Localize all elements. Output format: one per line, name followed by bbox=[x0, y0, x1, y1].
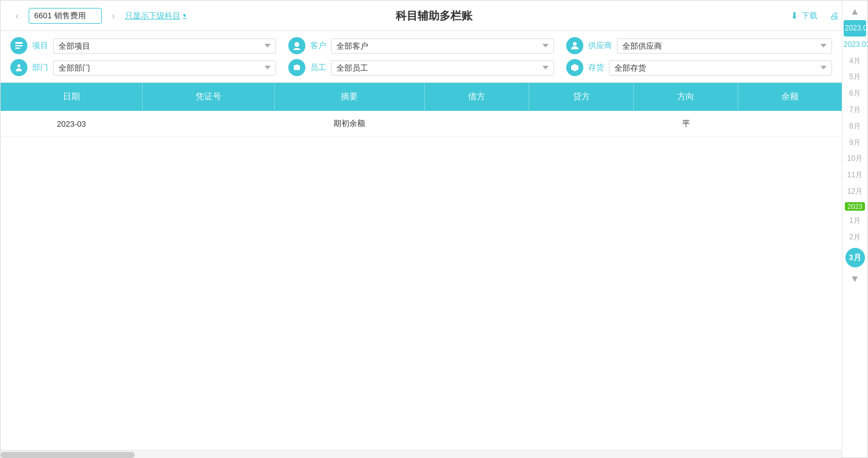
employee-select[interactable]: 全部员工 bbox=[331, 60, 554, 76]
sidebar-item-2023-03-top[interactable]: 2023.03 bbox=[844, 20, 866, 37]
sidebar-down-btn[interactable]: ▼ bbox=[847, 270, 864, 287]
filter-row-customer: 客户 全部客户 bbox=[288, 37, 554, 54]
year-badge-2023[interactable]: 2023 bbox=[845, 200, 864, 213]
download-icon: ⬇ bbox=[791, 10, 799, 21]
sidebar-item-3-current[interactable]: 3月 bbox=[845, 248, 865, 267]
sidebar-item-8[interactable]: 8月 bbox=[842, 118, 867, 135]
sidebar-item-5[interactable]: 5月 bbox=[842, 69, 867, 85]
sidebar-item-4[interactable]: 4月 bbox=[842, 53, 867, 69]
title-left: ‹ 6601 销售费用 › 只显示下级科目 ▾ bbox=[10, 8, 187, 24]
cell-date: 2023-03 bbox=[1, 111, 142, 137]
svg-rect-1 bbox=[15, 45, 23, 46]
supplier-select[interactable]: 全部供应商 bbox=[617, 38, 832, 54]
svg-rect-5 bbox=[294, 65, 300, 70]
sidebar-item-7[interactable]: 7月 bbox=[842, 102, 867, 118]
show-sub-button[interactable]: 只显示下级科目 ▾ bbox=[125, 10, 187, 21]
supplier-icon bbox=[566, 37, 583, 54]
svg-point-4 bbox=[18, 65, 21, 68]
sidebar-item-6[interactable]: 6月 bbox=[842, 85, 867, 102]
col-direction: 方向 bbox=[633, 83, 738, 111]
employee-label: 员工 bbox=[310, 62, 326, 73]
sidebar-item-1[interactable]: 1月 bbox=[842, 213, 867, 229]
sidebar-item-3-wrapper: 3月 bbox=[845, 245, 865, 270]
show-sub-arrow-icon: ▾ bbox=[183, 12, 187, 19]
title-bar: ‹ 6601 销售费用 › 只显示下级科目 ▾ 科目辅助多栏账 ⬇ 下载 🖨 打… bbox=[1, 1, 867, 31]
print-icon: 🖨 bbox=[830, 10, 839, 21]
col-balance: 余额 bbox=[738, 83, 842, 111]
bottom-scrollbar[interactable] bbox=[1, 450, 842, 458]
sidebar-item-2023-03[interactable]: 2023.03 bbox=[842, 37, 867, 53]
employee-icon bbox=[288, 59, 305, 76]
sidebar-item-10[interactable]: 10月 bbox=[842, 150, 867, 167]
project-label: 项目 bbox=[32, 40, 48, 51]
col-credit: 贷方 bbox=[529, 83, 634, 111]
main-window: ‹ 6601 销售费用 › 只显示下级科目 ▾ 科目辅助多栏账 ⬇ 下载 🖨 打… bbox=[0, 0, 868, 458]
sidebar-item-2[interactable]: 2月 bbox=[842, 229, 867, 245]
cell-voucher bbox=[142, 111, 274, 137]
ledger-table: 日期 凭证号 摘要 借方 贷方 方向 余额 2023-03 期初余额 bbox=[1, 83, 842, 137]
svg-point-3 bbox=[573, 42, 577, 46]
filter-row-employee: 员工 全部员工 bbox=[288, 59, 554, 76]
scrollbar-thumb[interactable] bbox=[1, 452, 135, 458]
sidebar-item-9[interactable]: 9月 bbox=[842, 135, 867, 151]
cell-direction: 平 bbox=[633, 111, 738, 137]
department-icon bbox=[10, 59, 27, 76]
inventory-select[interactable]: 全部存货 bbox=[609, 60, 832, 76]
month-sidebar: ▲ 2023.03 2023.03 4月 5月 6月 7月 8月 9月 10月 … bbox=[842, 1, 867, 457]
svg-rect-2 bbox=[15, 48, 20, 49]
download-label: 下载 bbox=[802, 10, 817, 21]
filter-row-project: 项目 全部项目 bbox=[10, 37, 276, 54]
cell-credit bbox=[529, 111, 634, 137]
show-sub-label: 只显示下级科目 bbox=[125, 10, 180, 21]
department-label: 部门 bbox=[32, 62, 48, 73]
prev-account-btn[interactable]: ‹ bbox=[10, 9, 24, 23]
cell-balance bbox=[738, 111, 842, 137]
col-voucher: 凭证号 bbox=[142, 83, 274, 111]
table-header-row: 日期 凭证号 摘要 借方 贷方 方向 余额 bbox=[1, 83, 842, 111]
filter-row-supplier: 供应商 全部供应商 bbox=[566, 37, 832, 54]
download-button[interactable]: ⬇ 下载 bbox=[791, 10, 817, 21]
inventory-icon bbox=[566, 59, 583, 76]
cell-debit bbox=[424, 111, 529, 137]
supplier-label: 供应商 bbox=[588, 40, 612, 51]
customer-icon bbox=[288, 37, 305, 54]
project-select[interactable]: 全部项目 bbox=[53, 38, 276, 54]
col-summary: 摘要 bbox=[274, 83, 424, 111]
table-row: 2023-03 期初余额 平 bbox=[1, 111, 842, 137]
customer-select[interactable]: 全部客户 bbox=[331, 38, 554, 54]
customer-label: 客户 bbox=[310, 40, 326, 51]
cell-summary: 期初余额 bbox=[274, 111, 424, 137]
col-date: 日期 bbox=[1, 83, 142, 111]
account-code: 6601 销售费用 bbox=[29, 8, 102, 24]
svg-rect-0 bbox=[15, 42, 23, 44]
department-select[interactable]: 全部部门 bbox=[53, 60, 276, 76]
main-content: 项目 全部项目 客户 全部客户 供应商 全部供 bbox=[1, 31, 842, 458]
sidebar-item-12[interactable]: 12月 bbox=[842, 183, 867, 200]
project-icon bbox=[10, 37, 27, 54]
filter-area: 项目 全部项目 客户 全部客户 供应商 全部供 bbox=[1, 31, 842, 83]
next-account-btn[interactable]: › bbox=[107, 9, 120, 23]
table-wrapper: 日期 凭证号 摘要 借方 贷方 方向 余额 2023-03 期初余额 bbox=[1, 83, 842, 450]
sidebar-up-btn[interactable]: ▲ bbox=[847, 3, 864, 20]
col-debit: 借方 bbox=[424, 83, 529, 111]
page-title: 科目辅助多栏账 bbox=[396, 9, 472, 23]
inventory-label: 存货 bbox=[588, 62, 604, 73]
sidebar-item-11[interactable]: 11月 bbox=[842, 167, 867, 183]
filter-row-department: 部门 全部部门 bbox=[10, 59, 276, 76]
filter-row-inventory: 存货 全部存货 bbox=[566, 59, 832, 76]
